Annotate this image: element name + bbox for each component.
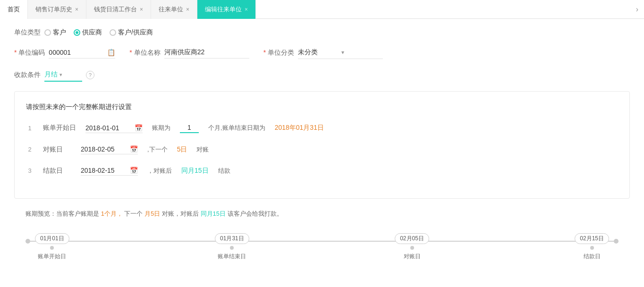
radio-circle-customer (44, 29, 51, 36)
panel-title: 请按照未来的一个完整帐期进行设置 (26, 103, 618, 111)
unit-code-input[interactable] (49, 47, 105, 58)
unit-code-label: 单位编码 (14, 49, 45, 57)
unit-name-input[interactable] (164, 47, 249, 59)
calendar-icon-2[interactable]: 📅 (130, 145, 138, 153)
radio-customer[interactable]: 客户 (44, 28, 66, 37)
preview-suffix: 该客户会给我打款。 (228, 210, 283, 217)
calendar-icon-3[interactable]: 📅 (130, 167, 138, 174)
preview-same15: 同月15日 (201, 210, 226, 217)
node-dot-2 (230, 246, 234, 250)
reconcile-date-input[interactable] (81, 145, 128, 153)
payment-value: 月结 (44, 70, 58, 79)
chevron-down-icon: ▾ (59, 72, 62, 78)
reconcile-day-highlight: 5日 (177, 145, 187, 154)
same-month-highlight: 同月15日 (181, 167, 209, 175)
unit-name-field: 单位名称 (129, 47, 249, 59)
tab-edit-contact-label: 编辑往来单位 (205, 5, 242, 14)
row-num-2: 2 (26, 146, 34, 153)
tab-cash-workbench[interactable]: 钱货日清工作台 × (86, 0, 151, 19)
payment-row: 收款条件 月结 ▾ ? (14, 68, 630, 82)
help-icon[interactable]: ? (86, 71, 94, 79)
preview-mid2: 对账，对账后 (162, 210, 199, 217)
close-icon[interactable]: × (186, 6, 189, 13)
start-date-input[interactable] (85, 124, 133, 132)
close-icon[interactable]: × (245, 6, 248, 13)
tab-sales-history[interactable]: 销售订单历史 × (28, 0, 86, 19)
unit-type-field: 单位类型 客户 供应商 客户/供应商 (14, 28, 153, 37)
payment-select[interactable]: 月结 ▾ (44, 68, 82, 82)
preview-prefix: 账期预览：当前客户账期是 (25, 210, 99, 217)
tab-bar: 首页 销售订单历史 × 钱货日清工作台 × 往来单位 × 编辑往来单位 × › (0, 0, 644, 19)
timeline-inner: 01月01日 账单开始日 01月31日 账单结束日 02月05日 对账日 02月… (30, 233, 614, 261)
radio-supplier[interactable]: 供应商 (74, 28, 102, 37)
tab-home[interactable]: 首页 (0, 0, 28, 19)
node-date-4: 02月15日 (575, 233, 609, 244)
setting-row-1: 1 账单开始日 📅 账期为 个月,账单结束日期为 2018年01月31日 (26, 123, 618, 133)
tab-home-label: 首页 (8, 5, 20, 14)
settings-panel: 请按照未来的一个完整帐期进行设置 1 账单开始日 📅 账期为 个月,账单结束日期… (14, 91, 630, 199)
row-label-3: 结款日 (43, 167, 71, 175)
node-date-3: 02月05日 (395, 233, 429, 244)
timeline-right-dot (614, 239, 619, 244)
preview-text: 账期预览：当前客户账期是 1个月， 下一个 月5日 对账，对账后 同月15日 该… (14, 208, 630, 219)
unit-type-row: 单位类型 客户 供应商 客户/供应商 (14, 28, 630, 37)
tab-sales-history-label: 销售订单历史 (35, 5, 72, 14)
chevron-down-icon: ▾ (341, 49, 383, 56)
unit-type-label: 单位类型 (14, 28, 41, 37)
close-icon[interactable]: × (140, 6, 143, 13)
preview-period: 1个月， (101, 210, 123, 217)
unit-category-value: 未分类 (298, 48, 339, 57)
payment-desc-suffix: 结款 (218, 167, 230, 175)
radio-label-supplier: 供应商 (82, 28, 102, 37)
payment-desc-prefix: ，对账后 (147, 167, 172, 175)
node-date-2: 01月31日 (215, 233, 249, 244)
timeline-node-1: 01月01日 账单开始日 (35, 233, 69, 261)
close-icon[interactable]: × (75, 6, 78, 13)
period-input[interactable] (180, 123, 199, 133)
radio-label-customer: 客户 (53, 28, 66, 37)
unit-category-field: 单位分类 未分类 ▾ (263, 46, 383, 59)
payment-date-field: 📅 (81, 166, 138, 176)
table-icon[interactable]: 📋 (107, 49, 115, 56)
start-date-field: 📅 (85, 123, 143, 133)
tab-contacts[interactable]: 往来单位 × (151, 0, 197, 19)
calendar-icon-1[interactable]: 📅 (135, 124, 143, 132)
period-prefix: 账期为 (152, 124, 170, 132)
unit-category-select[interactable]: 未分类 ▾ (298, 46, 383, 59)
preview-mid1: 下一个 (124, 210, 143, 217)
unit-code-input-wrapper: 📋 (49, 47, 115, 59)
timeline-line (30, 241, 614, 242)
node-date-1: 01月01日 (35, 233, 69, 244)
tab-expand-button[interactable]: › (630, 5, 644, 14)
unit-category-label: 单位分类 (263, 49, 294, 57)
payment-date-input[interactable] (81, 167, 128, 174)
row-label-1: 账单开始日 (43, 124, 76, 132)
timeline-node-4: 02月15日 结款日 (575, 233, 609, 261)
preview-month5: 月5日 (144, 210, 160, 217)
row-num-1: 1 (26, 125, 34, 132)
radio-both[interactable]: 客户/供应商 (110, 28, 153, 37)
radio-circle-both (110, 29, 116, 36)
node-dot-4 (590, 246, 594, 250)
timeline-node-3: 02月05日 对账日 (395, 233, 429, 261)
payment-label: 收款条件 (14, 71, 41, 79)
main-content: 单位类型 客户 供应商 客户/供应商 单位编码 (0, 19, 644, 287)
period-suffix: 个月,账单结束日期为 (208, 124, 265, 132)
tab-contacts-label: 往来单位 (159, 5, 183, 14)
unit-code-field: 单位编码 📋 (14, 47, 115, 59)
end-date-highlight: 2018年01月31日 (275, 124, 324, 132)
radio-label-both: 客户/供应商 (118, 28, 153, 37)
unit-info-row: 单位编码 📋 单位名称 单位分类 未分类 ▾ (14, 46, 630, 59)
reconcile-desc-prefix: ,下一个 (147, 145, 168, 154)
row-label-2: 对账日 (43, 145, 71, 154)
node-label-4: 结款日 (584, 253, 601, 261)
node-label-2: 账单结束日 (218, 253, 246, 261)
node-label-1: 账单开始日 (38, 253, 66, 261)
timeline-container: 01月01日 账单开始日 01月31日 账单结束日 02月05日 对账日 02月… (14, 233, 630, 261)
timeline-node-2: 01月31日 账单结束日 (215, 233, 249, 261)
radio-circle-supplier (74, 29, 80, 36)
unit-name-label: 单位名称 (129, 49, 160, 57)
tab-edit-contact[interactable]: 编辑往来单位 × (197, 0, 256, 19)
node-dot-3 (410, 246, 414, 250)
node-dot-1 (50, 246, 54, 250)
